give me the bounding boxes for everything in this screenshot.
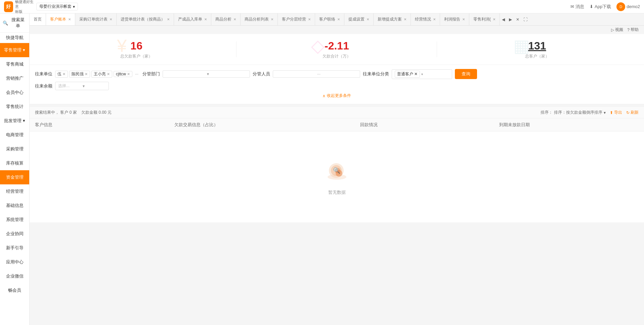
tab-prev-btn[interactable]: ◀ [500, 17, 507, 22]
tab-inbound-stats[interactable]: 进货单统计表（按商品） ✕ [117, 13, 174, 26]
sidebar-item-finance[interactable]: 资金管理 [0, 170, 29, 184]
chevron-down-icon: ▾ [207, 72, 247, 76]
filter-row-2: 往来余额 选择... ▾ [35, 82, 639, 90]
video-icon: ▷ [611, 28, 614, 32]
sidebar-item-vip[interactable]: 畅会员 [0, 283, 29, 297]
table-col-customer-info: 客户信息 [35, 122, 174, 128]
filter-area: 往来单位 伍 ✕ 陈民强 ✕ 王小亮 [30, 65, 644, 104]
sidebar-item-basic-info[interactable]: 基础信息 [0, 198, 29, 213]
filter-dept-select[interactable]: ▾ [163, 70, 250, 78]
tab-close-promo-settings[interactable]: ✕ [367, 17, 369, 21]
sidebar-item-purchase-mgmt[interactable]: 采购管理 [0, 142, 29, 156]
filter-more-btn[interactable]: ··· [134, 71, 140, 77]
filter-tag-wang[interactable]: 王小亮 ✕ [91, 71, 112, 78]
sort-select[interactable]: 排序： 排序：按欠款金额倒序排序 ▾ [541, 110, 606, 115]
app-download-button[interactable]: ⬇ App下载 [590, 4, 611, 10]
filter-category-select[interactable]: 普通客户 ✕ ▾ [392, 69, 452, 79]
stat-total-customers-label: 总客户（家） [437, 53, 637, 59]
sidebar-item-inventory[interactable]: 库存核算 [0, 156, 29, 170]
chevron-down-icon3: ▾ [83, 84, 106, 88]
logo-text: 畅捷通好生意 标版 [15, 0, 34, 14]
customer-tag-close[interactable]: ✕ [414, 72, 418, 76]
chevron-down-icon2: ▾ [421, 72, 423, 76]
tab-close-new-solution[interactable]: ✕ [404, 17, 406, 21]
tab-retail-profit[interactable]: 零售利润( ✕ [469, 13, 500, 26]
message-button[interactable]: ✉ 消息 [570, 4, 584, 10]
tab-next-btn[interactable]: ▶ [507, 17, 514, 22]
tab-operations-status[interactable]: 经营情况 ✕ [411, 13, 440, 26]
chevron-down-icon: ▾ [73, 4, 75, 9]
tab-close-profit-report[interactable]: ✕ [462, 17, 465, 21]
sidebar-quick-nav[interactable]: 快捷导航 [0, 33, 29, 43]
sidebar-item-operations[interactable]: 经营管理 [0, 184, 29, 198]
user-menu[interactable]: D demo2 [616, 2, 640, 11]
download-icon: ⬇ [590, 4, 593, 9]
filter-person-label: 分管人员 [253, 71, 270, 77]
content-area: 首页 客户账本 ✕ 采购订单统计表 ✕ 进货单统计表（按商品） ✕ 产成品入库单… [30, 13, 644, 325]
filter-balance-select[interactable]: 选择... ▾ [55, 82, 109, 90]
tab-close-inbound-stats[interactable]: ✕ [167, 17, 170, 21]
refresh-icon: ↻ [626, 110, 630, 115]
sidebar-item-ecommerce[interactable]: 电商管理 [0, 128, 29, 142]
filter-tag-chen-close[interactable]: ✕ [85, 72, 88, 76]
tab-close-all-btn[interactable]: ✕ [514, 17, 521, 22]
stat-overdue-amount-label: 欠款合计（万） [237, 53, 437, 59]
sidebar-item-batch-mgmt[interactable]: 批发管理 ▾ [0, 114, 29, 128]
filter-tag-wang-close[interactable]: ✕ [107, 72, 110, 76]
sidebar-item-retail-mgmt[interactable]: 零售管理 ▾ [0, 43, 29, 57]
sidebar-item-enterprise-wechat[interactable]: 企业微信 [0, 269, 29, 283]
sidebar-item-app-center[interactable]: 应用中心 [0, 255, 29, 269]
filter-tag-chen[interactable]: 陈民强 ✕ [69, 71, 90, 78]
page-content: ▷ 视频 ? 帮助 ¥ 16 [30, 26, 644, 325]
tab-close-retail-profit[interactable]: ✕ [493, 17, 496, 21]
tab-close-customer-layer[interactable]: ✕ [308, 17, 311, 21]
tab-expand-btn[interactable]: ⛶ [521, 17, 529, 22]
filter-tag-wu-close[interactable]: ✕ [62, 72, 66, 76]
help-link[interactable]: ? 帮助 [627, 27, 639, 33]
empty-text: 暂无数据 [328, 189, 346, 195]
sidebar-item-new-guide[interactable]: 新手引导 [0, 241, 29, 255]
tab-product-analysis[interactable]: 商品分析 ✕ [211, 13, 241, 26]
tab-home[interactable]: 首页 [30, 13, 46, 26]
export-button[interactable]: ⬆ 导出 [610, 110, 622, 115]
filter-tag-wu[interactable]: 伍 ✕ [55, 71, 68, 78]
refresh-button[interactable]: ↻ 刷新 [626, 110, 639, 115]
tab-close-product-analysis-list[interactable]: ✕ [271, 17, 273, 21]
tab-close-operations-status[interactable]: ✕ [433, 17, 436, 21]
tab-inbound-single[interactable]: 产成品入库单 ✕ [174, 13, 211, 26]
tab-new-solution[interactable]: 新增提成方案 ✕ [374, 13, 411, 26]
video-link[interactable]: ▷ 视频 [611, 27, 623, 33]
filter-person-select[interactable]: ··· [273, 70, 360, 78]
sidebar-item-retail-stats[interactable]: 零售统计 [0, 100, 29, 114]
tab-profit-report[interactable]: 利润报告 ✕ [440, 13, 469, 26]
tab-promo-settings[interactable]: 提成设置 ✕ [344, 13, 374, 26]
sidebar-search[interactable]: 🔍 搜索菜单 [0, 13, 29, 33]
collapse-btn[interactable]: ∧ 收起更多条件 [323, 93, 351, 99]
tab-close-customer-contact[interactable]: ✕ [337, 17, 340, 21]
tab-close-inbound-single[interactable]: ✕ [204, 17, 207, 21]
tab-customer-layer[interactable]: 客户分层经营 ✕ [278, 13, 315, 26]
tab-accounts[interactable]: 客户账本 ✕ [46, 13, 75, 26]
sidebar-item-sys-mgmt[interactable]: 系统管理 [0, 213, 29, 227]
search-result-left: 搜索结果中， 客户 0 家 欠款金额 0.00 元 [35, 110, 112, 115]
sidebar-item-retail-mall[interactable]: 零售商城 [0, 57, 29, 71]
tab-close-accounts[interactable]: ✕ [68, 17, 71, 21]
demo-select[interactable]: 母婴行业演示帐套 ▾ [36, 3, 78, 10]
sidebar-item-enterprise[interactable]: 企业协同 [0, 227, 29, 241]
filter-tag-cjttcw[interactable]: cjttcw ✕ [114, 71, 132, 77]
sidebar-item-marketing[interactable]: 营销推广 [0, 71, 29, 85]
tab-close-purchase-stats[interactable]: ✕ [110, 17, 112, 21]
sidebar-item-member-center[interactable]: 会员中心 [0, 85, 29, 100]
stat-overdue-customers: ¥ 16 总欠款客户（家） [36, 39, 237, 59]
query-button[interactable]: 查询 [455, 69, 477, 79]
person-select-dots[interactable]: ··· [316, 72, 357, 76]
tab-close-product-analysis[interactable]: ✕ [233, 17, 236, 21]
message-icon: ✉ [570, 4, 574, 9]
tab-customer-contact[interactable]: 客户联络 ✕ [315, 13, 344, 26]
filter-tag-cjttcw-close[interactable]: ✕ [127, 72, 130, 76]
export-icon: ⬆ [610, 110, 613, 115]
tab-product-analysis-list[interactable]: 商品分析列表 ✕ [241, 13, 278, 26]
stat-total-customers: ▦ 131 总客户（家） [437, 39, 637, 59]
top-bar: 好 畅捷通好生意 标版 母婴行业演示帐套 ▾ ✉ 消息 ⬇ App下载 D [0, 0, 644, 13]
tab-purchase-stats[interactable]: 采购订单统计表 ✕ [75, 13, 117, 26]
